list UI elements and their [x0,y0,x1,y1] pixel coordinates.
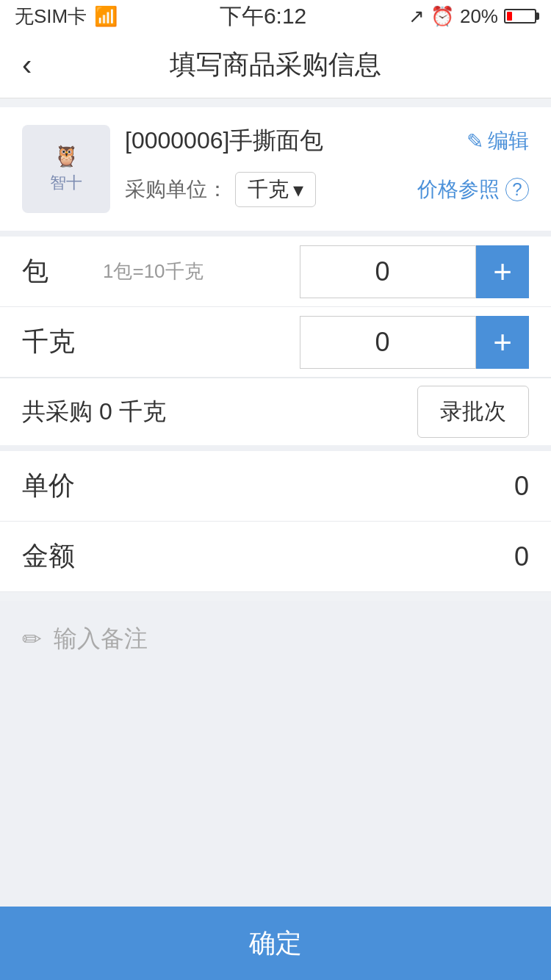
amount-value: 0 [514,541,529,572]
input-section: 包 1包=10千克 + 千克 + [0,237,551,378]
battery-fill [507,12,512,21]
bag-input-right: + [300,245,529,298]
product-name: [0000006]手撕面包 [125,125,323,157]
product-card: 🦉智十 [0000006]手撕面包 ✎ 编辑 采购单位： 千克 ▾ 价格参照 [0,107,551,237]
kg-label: 千克 [22,324,96,360]
location-icon: ↗ [408,5,425,28]
price-section: 单价 0 金额 0 [0,451,551,592]
wifi-icon: 📶 [94,5,118,28]
price-ref-button[interactable]: 价格参照 ? [417,176,529,203]
kg-input-right: + [300,316,529,369]
alarm-icon: ⏰ [431,5,454,28]
batch-button[interactable]: 录批次 [417,386,529,438]
product-logo: 🦉智十 [50,144,82,193]
kg-plus-button[interactable]: + [476,316,529,369]
bag-plus-button[interactable]: + [476,245,529,298]
summary-text: 共采购 0 千克 [22,396,166,428]
help-icon: ? [505,178,529,201]
product-name-row: [0000006]手撕面包 ✎ 编辑 [125,125,529,157]
status-bar: 无SIM卡 📶 下午6:12 ↗ ⏰ 20% [0,0,551,32]
amount-row: 金额 0 [0,522,551,592]
content-area [0,677,551,912]
edit-button[interactable]: ✎ 编辑 [467,127,529,155]
product-image: 🦉智十 [22,125,110,213]
bag-sublabel: 1包=10千克 [103,259,204,284]
confirm-text: 确定 [249,926,302,962]
kg-input[interactable] [300,316,476,369]
kg-input-row: 千克 + [0,307,551,378]
battery-percent: 20% [460,5,498,28]
bag-label: 包 [22,253,96,289]
bag-input[interactable] [300,245,476,298]
back-button[interactable]: ‹ [22,48,32,82]
unit-price-value: 0 [514,471,529,502]
battery-indicator [504,9,536,24]
status-left: 无SIM卡 📶 [15,4,118,29]
unit-row: 采购单位： 千克 ▾ 价格参照 ? [125,172,529,207]
carrier-text: 无SIM卡 [15,4,87,29]
status-right: ↗ ⏰ 20% [408,5,536,28]
bag-input-row: 包 1包=10千克 + [0,237,551,307]
unit-price-row: 单价 0 [0,451,551,522]
amount-label: 金额 [22,538,75,574]
unit-price-label: 单价 [22,468,75,504]
note-section[interactable]: ✏ 输入备注 [0,601,551,677]
product-info: [0000006]手撕面包 ✎ 编辑 采购单位： 千克 ▾ 价格参照 ? [125,125,529,207]
edit-icon: ✎ [467,129,483,154]
summary-row: 共采购 0 千克 录批次 [0,378,551,451]
unit-label: 采购单位： 千克 ▾ [125,172,316,207]
nav-bar: ‹ 填写商品采购信息 [0,32,551,98]
page-title: 填写商品采购信息 [170,47,381,83]
confirm-bar[interactable]: 确定 [0,907,551,980]
dropdown-icon: ▾ [293,178,303,202]
status-time: 下午6:12 [220,1,306,32]
pencil-icon: ✏ [22,625,42,653]
unit-select[interactable]: 千克 ▾ [235,172,316,207]
note-placeholder: 输入备注 [54,623,148,655]
